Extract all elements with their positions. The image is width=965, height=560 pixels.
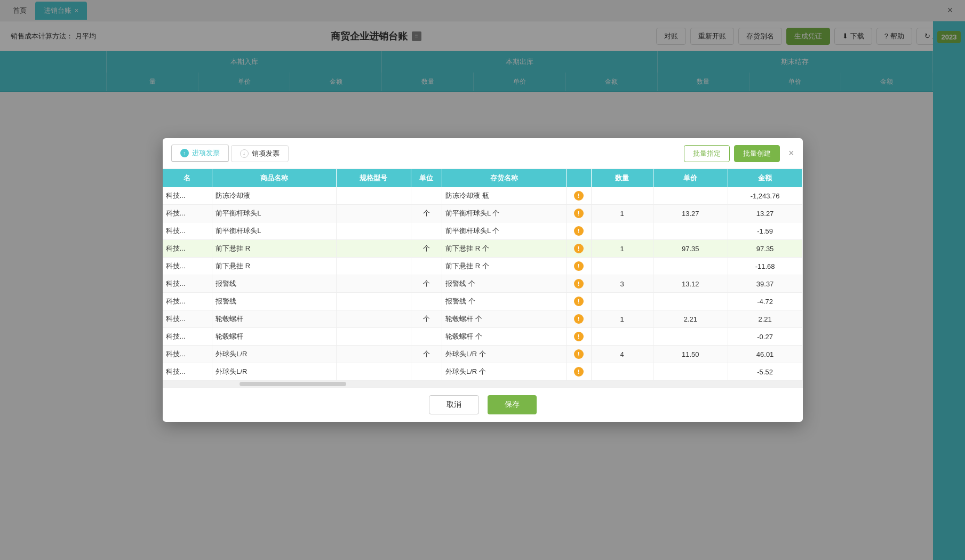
tab-incoming-invoices[interactable]: ↑ 进项发票 — [171, 145, 229, 162]
modal-header: ↑ 进项发票 ↓ 销项发票 批量指定 批量创建 × — [163, 138, 803, 169]
cell-qty: 1 — [591, 310, 653, 328]
batch-assign-button[interactable]: 批量指定 — [684, 145, 730, 162]
col-warning — [566, 169, 591, 187]
cell-inventory: 轮毂螺杆 个 — [442, 328, 567, 346]
save-button[interactable]: 保存 — [488, 395, 537, 414]
cell-warning: ! — [566, 328, 591, 346]
warning-icon: ! — [574, 297, 584, 306]
cell-qty — [591, 328, 653, 346]
cell-price: 13.12 — [653, 275, 728, 293]
table-row[interactable]: 科技... 前平衡杆球头L 前平衡杆球头L 个 ! -1.59 — [163, 222, 803, 240]
cell-company: 科技... — [163, 293, 212, 310]
col-qty: 数量 — [591, 169, 653, 187]
cell-spec — [337, 346, 411, 363]
cell-price — [653, 258, 728, 275]
cell-company: 科技... — [163, 205, 212, 222]
cell-product: 外球头L/R — [212, 346, 337, 363]
cell-warning: ! — [566, 346, 591, 363]
cell-price: 11.50 — [653, 346, 728, 363]
cell-unit: 个 — [411, 240, 442, 258]
cell-warning: ! — [566, 275, 591, 293]
cell-amount: 39.37 — [728, 275, 802, 293]
modal-footer: 取消 保存 — [163, 387, 803, 422]
cell-inventory: 前平衡杆球头L 个 — [442, 205, 567, 222]
modal-header-actions: 批量指定 批量创建 × — [684, 145, 794, 162]
cell-spec — [337, 187, 411, 205]
warning-icon: ! — [574, 261, 584, 271]
cell-amount: 97.35 — [728, 240, 802, 258]
cell-product: 报警线 — [212, 293, 337, 310]
cell-unit: 个 — [411, 275, 442, 293]
cell-unit — [411, 293, 442, 310]
table-row[interactable]: 科技... 轮毂螺杆 个 轮毂螺杆 个 ! 1 2.21 2.21 — [163, 310, 803, 328]
cell-spec — [337, 310, 411, 328]
cell-qty — [591, 222, 653, 240]
modal-table-wrapper: 名 商品名称 规格型号 单位 存货名称 数量 单价 金额 科技... 防冻冷却液 — [163, 169, 803, 381]
cell-inventory: 报警线 个 — [442, 293, 567, 310]
cell-spec — [337, 258, 411, 275]
horizontal-scrollbar[interactable] — [163, 381, 803, 387]
cell-product: 前平衡杆球头L — [212, 205, 337, 222]
warning-icon: ! — [574, 279, 584, 289]
cell-qty: 4 — [591, 346, 653, 363]
cell-warning: ! — [566, 240, 591, 258]
col-unit: 单位 — [411, 169, 442, 187]
cell-inventory: 前下悬挂 R 个 — [442, 258, 567, 275]
cell-qty — [591, 363, 653, 381]
modal-close-button[interactable]: × — [788, 145, 794, 162]
cell-price: 2.21 — [653, 310, 728, 328]
table-row[interactable]: 科技... 前下悬挂 R 个 前下悬挂 R 个 ! 1 97.35 97.35 — [163, 240, 803, 258]
table-row[interactable]: 科技... 报警线 个 报警线 个 ! 3 13.12 39.37 — [163, 275, 803, 293]
cell-company: 科技... — [163, 240, 212, 258]
cell-unit: 个 — [411, 205, 442, 222]
cell-unit: 个 — [411, 310, 442, 328]
cell-spec — [337, 222, 411, 240]
cell-product: 前平衡杆球头L — [212, 222, 337, 240]
tab-outgoing-invoices[interactable]: ↓ 销项发票 — [231, 145, 289, 162]
col-inventory-name: 存货名称 — [442, 169, 567, 187]
cell-warning: ! — [566, 363, 591, 381]
cell-product: 前下悬挂 R — [212, 258, 337, 275]
cell-company: 科技... — [163, 275, 212, 293]
cell-inventory: 防冻冷却液 瓶 — [442, 187, 567, 205]
batch-create-button[interactable]: 批量创建 — [734, 145, 780, 162]
cell-unit — [411, 328, 442, 346]
table-row[interactable]: 科技... 外球头L/R 个 外球头L/R 个 ! 4 11.50 46.01 — [163, 346, 803, 363]
cell-warning: ! — [566, 205, 591, 222]
cell-company: 科技... — [163, 187, 212, 205]
table-row[interactable]: 科技... 前下悬挂 R 前下悬挂 R 个 ! -11.68 — [163, 258, 803, 275]
cell-product: 外球头L/R — [212, 363, 337, 381]
cell-amount: -5.52 — [728, 363, 802, 381]
incoming-tab-icon: ↑ — [180, 149, 189, 157]
cell-amount: 13.27 — [728, 205, 802, 222]
cell-product: 轮毂螺杆 — [212, 328, 337, 346]
table-row[interactable]: 科技... 防冻冷却液 防冻冷却液 瓶 ! -1,243.76 — [163, 187, 803, 205]
table-row[interactable]: 科技... 报警线 报警线 个 ! -4.72 — [163, 293, 803, 310]
cell-company: 科技... — [163, 328, 212, 346]
col-company: 名 — [163, 169, 212, 187]
cell-spec — [337, 275, 411, 293]
cell-amount: -1.59 — [728, 222, 802, 240]
cell-price — [653, 328, 728, 346]
warning-icon: ! — [574, 332, 584, 341]
cell-amount: -0.27 — [728, 328, 802, 346]
warning-icon: ! — [574, 226, 584, 236]
cell-price — [653, 187, 728, 205]
cell-warning: ! — [566, 187, 591, 205]
table-row[interactable]: 科技... 外球头L/R 外球头L/R 个 ! -5.52 — [163, 363, 803, 381]
col-spec: 规格型号 — [337, 169, 411, 187]
cell-price — [653, 363, 728, 381]
cell-company: 科技... — [163, 258, 212, 275]
cell-unit — [411, 363, 442, 381]
cell-qty — [591, 187, 653, 205]
cancel-button[interactable]: 取消 — [429, 395, 479, 414]
table-row[interactable]: 科技... 前平衡杆球头L 个 前平衡杆球头L 个 ! 1 13.27 13.2… — [163, 205, 803, 222]
outgoing-tab-icon: ↓ — [240, 149, 249, 158]
cell-qty: 1 — [591, 240, 653, 258]
cell-amount: -11.68 — [728, 258, 802, 275]
table-row[interactable]: 科技... 轮毂螺杆 轮毂螺杆 个 ! -0.27 — [163, 328, 803, 346]
cell-inventory: 外球头L/R 个 — [442, 363, 567, 381]
cell-inventory: 前平衡杆球头L 个 — [442, 222, 567, 240]
scroll-thumb[interactable] — [240, 382, 346, 386]
cell-price — [653, 293, 728, 310]
